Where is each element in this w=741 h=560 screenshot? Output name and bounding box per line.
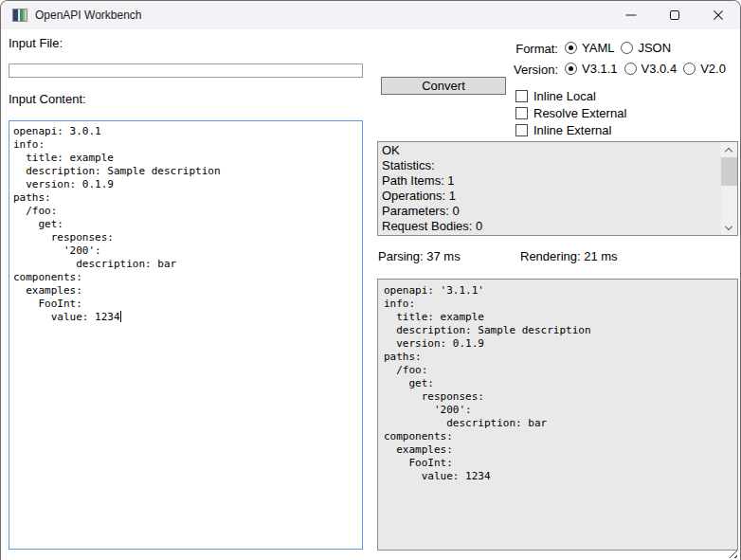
- format-row: Format: YAMLJSON: [513, 42, 671, 56]
- maximize-icon: [670, 10, 679, 20]
- radio-option-json[interactable]: JSON: [621, 41, 671, 55]
- minimize-button[interactable]: [609, 1, 653, 29]
- radio-option-yaml[interactable]: YAML: [565, 41, 614, 55]
- option-label: Inline External: [533, 123, 611, 137]
- input-content-label: Input Content:: [9, 92, 86, 106]
- option-label: Resolve External: [533, 106, 626, 120]
- scrollbar-down-button[interactable]: [721, 220, 737, 235]
- status-box[interactable]: OKStatistics:Path Items: 1Operations: 1P…: [377, 141, 738, 236]
- parsing-time-label: Parsing: 37 ms: [378, 249, 461, 263]
- app-icon: [12, 8, 27, 23]
- window-controls: [609, 1, 740, 29]
- radio-icon: [624, 63, 637, 75]
- checkbox-option-inline-external[interactable]: Inline External: [515, 123, 626, 137]
- version-row: Version: V3.1.1V3.0.4V2.0: [513, 63, 726, 77]
- status-line: Path Items: 1: [382, 173, 718, 189]
- status-line: OK: [382, 143, 718, 158]
- status-lines: OKStatistics:Path Items: 1Operations: 1P…: [378, 142, 737, 234]
- status-line: Parameters: 0: [382, 204, 718, 219]
- titlebar[interactable]: OpenAPI Workbench: [1, 1, 740, 29]
- minimize-icon: [626, 15, 637, 16]
- option-label: YAML: [582, 41, 614, 55]
- option-label: JSON: [638, 41, 671, 55]
- input-content-editor[interactable]: openapi: 3.0.1 info: title: example desc…: [9, 120, 363, 550]
- radio-option-v2-0[interactable]: V2.0: [683, 62, 726, 76]
- convert-button-label: Convert: [422, 79, 465, 93]
- chevron-down-icon: [725, 223, 732, 230]
- input-file-field[interactable]: [9, 63, 363, 78]
- option-label: Inline Local: [533, 89, 596, 103]
- chevron-up-icon: [725, 148, 732, 155]
- radio-option-v3-1-1[interactable]: V3.1.1: [565, 62, 618, 76]
- radio-icon: [565, 63, 577, 75]
- format-label: Format:: [513, 42, 558, 56]
- version-radio-group: V3.1.1V3.0.4V2.0: [558, 62, 726, 78]
- radio-icon: [565, 42, 577, 54]
- close-button[interactable]: [696, 1, 740, 29]
- maximize-button[interactable]: [653, 1, 696, 29]
- checkbox-icon: [515, 107, 528, 119]
- input-file-label: Input File:: [9, 36, 63, 50]
- option-label: V3.1.1: [582, 62, 618, 76]
- radio-icon: [621, 42, 633, 54]
- version-label: Version:: [513, 63, 558, 77]
- checkbox-icon: [515, 124, 528, 136]
- status-scrollbar[interactable]: [721, 142, 737, 235]
- output-content-box[interactable]: openapi: '3.1.1' info: title: example de…: [377, 279, 738, 551]
- status-line: Request Bodies: 0: [382, 219, 718, 234]
- window-title: OpenAPI Workbench: [35, 1, 142, 29]
- checkbox-option-resolve-external[interactable]: Resolve External: [515, 106, 626, 120]
- status-line: Statistics:: [382, 158, 718, 173]
- close-icon: [713, 9, 725, 22]
- option-label: V3.0.4: [642, 62, 678, 76]
- status-line: Operations: 1: [382, 189, 718, 204]
- rendering-time-label: Rendering: 21 ms: [520, 249, 618, 263]
- checkbox-icon: [515, 90, 528, 102]
- app-window: OpenAPI Workbench Input File: Input Cont…: [0, 0, 741, 560]
- convert-button[interactable]: Convert: [381, 77, 506, 95]
- radio-option-v3-0-4[interactable]: V3.0.4: [624, 62, 678, 76]
- option-label: V2.0: [700, 62, 726, 76]
- scrollbar-up-button[interactable]: [721, 142, 737, 157]
- radio-icon: [683, 63, 696, 75]
- scrollbar-thumb[interactable]: [721, 157, 737, 186]
- checkbox-option-inline-local[interactable]: Inline Local: [515, 89, 626, 103]
- format-radio-group: YAMLJSON: [558, 41, 671, 57]
- checkbox-group: Inline LocalResolve ExternalInline Exter…: [515, 89, 626, 140]
- text-caret: [120, 311, 121, 322]
